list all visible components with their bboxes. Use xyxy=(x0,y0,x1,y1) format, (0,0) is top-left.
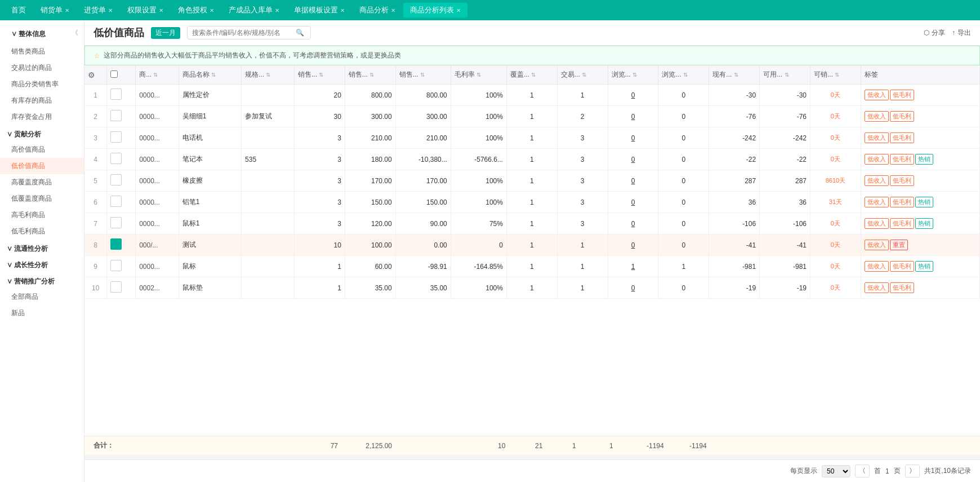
views1-link[interactable]: 0 xyxy=(631,284,635,292)
collapse-button[interactable]: 《 xyxy=(70,27,79,39)
nav-roles[interactable]: 角色授权 ✕ xyxy=(171,3,221,17)
sidebar-item-low-margin[interactable]: 低毛利商品 xyxy=(0,223,84,240)
sidebar-item-inventory-capital[interactable]: 库存资金占用 xyxy=(0,109,84,125)
row-views1[interactable]: 0 xyxy=(608,192,658,213)
name-column-header[interactable]: 商品名称 ⇅ xyxy=(179,65,241,85)
sidebar-item-category-sales-rate[interactable]: 商品分类销售率 xyxy=(0,76,84,92)
row-name[interactable]: 鼠标1 xyxy=(179,213,241,235)
next-page-button[interactable]: 〉 xyxy=(905,465,920,477)
row-name[interactable]: 橡皮擦 xyxy=(179,170,241,192)
select-all-checkbox[interactable] xyxy=(110,70,118,78)
row-views1[interactable]: 0 xyxy=(608,277,658,299)
close-icon[interactable]: ✕ xyxy=(456,7,461,14)
row-current-stock: -76 xyxy=(709,106,760,127)
nav-home[interactable]: 首页 xyxy=(5,3,33,17)
coverage-column-header[interactable]: 覆盖... ⇅ xyxy=(506,65,557,85)
row-checkbox[interactable] xyxy=(110,238,122,250)
close-icon[interactable]: ✕ xyxy=(108,7,113,14)
row-checkbox[interactable] xyxy=(110,260,122,271)
share-button[interactable]: ⬡ 分享 xyxy=(924,28,945,38)
sidebar-group-circulation[interactable]: ∨ 流通性分析 xyxy=(0,240,84,256)
sidebar-item-sales-products[interactable]: 销售类商品 xyxy=(0,43,84,60)
row-views1[interactable]: 0 xyxy=(608,213,658,235)
views2-column-header[interactable]: 浏览... ⇅ xyxy=(658,65,709,85)
sidebar-item-stocked-products[interactable]: 有库存的商品 xyxy=(0,92,84,109)
close-icon[interactable]: ✕ xyxy=(65,7,69,14)
sellable-column-header[interactable]: 可销... ⇅ xyxy=(810,65,861,85)
views1-link[interactable]: 1 xyxy=(631,263,635,271)
row-views1[interactable]: 0 xyxy=(608,235,658,256)
sidebar-item-low-coverage[interactable]: 低覆盖度商品 xyxy=(0,191,84,207)
sidebar-item-low-value[interactable]: 低价值商品 xyxy=(0,158,84,174)
sidebar-item-high-coverage[interactable]: 高覆盖度商品 xyxy=(0,174,84,191)
gear-column-header[interactable]: ⚙ xyxy=(84,65,107,85)
row-checkbox[interactable] xyxy=(110,217,122,228)
row-views1[interactable]: 0 xyxy=(608,127,658,149)
row-views1[interactable]: 0 xyxy=(608,85,658,106)
row-checkbox[interactable] xyxy=(110,281,122,293)
row-checkbox[interactable] xyxy=(110,89,122,100)
row-checkbox[interactable] xyxy=(110,153,122,164)
views1-link[interactable]: 0 xyxy=(631,198,635,206)
sidebar-item-all-products[interactable]: 全部商品 xyxy=(0,289,84,305)
row-name[interactable]: 笔记本 xyxy=(179,149,241,170)
row-name[interactable]: 鼠标垫 xyxy=(179,277,241,299)
transactions-column-header[interactable]: 交易... ⇅ xyxy=(557,65,608,85)
settings-icon[interactable]: ⚙ xyxy=(88,70,95,79)
nav-product-analysis-list[interactable]: 商品分析列表 ✕ xyxy=(403,3,467,17)
row-name[interactable]: 铝笔1 xyxy=(179,192,241,213)
row-views1[interactable]: 0 xyxy=(608,106,658,127)
nav-sales[interactable]: 销货单 ✕ xyxy=(34,3,76,17)
views1-link[interactable]: 0 xyxy=(631,91,635,99)
row-name[interactable]: 属性定价 xyxy=(179,85,241,106)
close-icon[interactable]: ✕ xyxy=(391,7,395,14)
search-icon[interactable]: 🔍 xyxy=(296,29,304,37)
row-checkbox[interactable] xyxy=(110,174,122,185)
current-stock-column-header[interactable]: 现有... ⇅ xyxy=(709,65,760,85)
export-button[interactable]: ↑ 导出 xyxy=(952,28,971,38)
row-views1[interactable]: 0 xyxy=(608,170,658,192)
per-page-select[interactable]: 50 100 200 xyxy=(822,465,850,477)
sales-amt-column-header[interactable]: 销售... ⇅ xyxy=(345,65,395,85)
close-icon[interactable]: ✕ xyxy=(340,7,345,14)
nav-product-analysis[interactable]: 商品分析 ✕ xyxy=(353,3,402,17)
sidebar-item-traded-products[interactable]: 交易过的商品 xyxy=(0,60,84,76)
nav-template[interactable]: 单据模板设置 ✕ xyxy=(287,3,351,17)
available-column-header[interactable]: 可用... ⇅ xyxy=(760,65,810,85)
row-checkbox[interactable] xyxy=(110,196,122,207)
sidebar-item-high-value[interactable]: 高价值商品 xyxy=(0,141,84,158)
nav-product-entry[interactable]: 产成品入库单 ✕ xyxy=(222,3,286,17)
row-name[interactable]: 鼠标 xyxy=(179,256,241,277)
views1-link[interactable]: 0 xyxy=(631,134,635,142)
views1-column-header[interactable]: 浏览... ⇅ xyxy=(608,65,658,85)
search-input[interactable] xyxy=(192,29,293,37)
views1-link[interactable]: 0 xyxy=(631,241,635,249)
sidebar-group-growth[interactable]: ∨ 成长性分析 xyxy=(0,256,84,272)
close-icon[interactable]: ✕ xyxy=(275,7,279,14)
row-checkbox[interactable] xyxy=(110,131,122,143)
nav-purchase[interactable]: 进货单 ✕ xyxy=(77,3,119,17)
row-checkbox[interactable] xyxy=(110,110,122,121)
close-icon[interactable]: ✕ xyxy=(159,7,163,14)
sidebar-item-new-products[interactable]: 新品 xyxy=(0,305,84,321)
views1-link[interactable]: 0 xyxy=(631,220,635,228)
row-name[interactable]: 吴细细1 xyxy=(179,106,241,127)
spec-column-header[interactable]: 规格... ⇅ xyxy=(242,65,295,85)
sidebar-item-high-margin[interactable]: 高毛利商品 xyxy=(0,207,84,223)
horizontal-scrollbar[interactable] xyxy=(84,455,980,459)
first-page-button[interactable]: 〈 xyxy=(855,465,870,477)
nav-permissions[interactable]: 权限设置 ✕ xyxy=(121,3,170,17)
sales-profit-column-header[interactable]: 销售... ⇅ xyxy=(395,65,451,85)
row-name[interactable]: 测试 xyxy=(179,235,241,256)
row-views1[interactable]: 0 xyxy=(608,149,658,170)
gross-margin-column-header[interactable]: 毛利率 ⇅ xyxy=(451,65,506,85)
code-column-header[interactable]: 商... ⇅ xyxy=(136,65,179,85)
time-filter-button[interactable]: 近一月 xyxy=(151,27,180,39)
row-views1[interactable]: 1 xyxy=(608,256,658,277)
views1-link[interactable]: 0 xyxy=(631,177,635,185)
views1-link[interactable]: 0 xyxy=(631,156,635,163)
views1-link[interactable]: 0 xyxy=(631,113,635,121)
close-icon[interactable]: ✕ xyxy=(210,7,214,14)
sales-qty-column-header[interactable]: 销售... ⇅ xyxy=(295,65,345,85)
row-name[interactable]: 电话机 xyxy=(179,127,241,149)
